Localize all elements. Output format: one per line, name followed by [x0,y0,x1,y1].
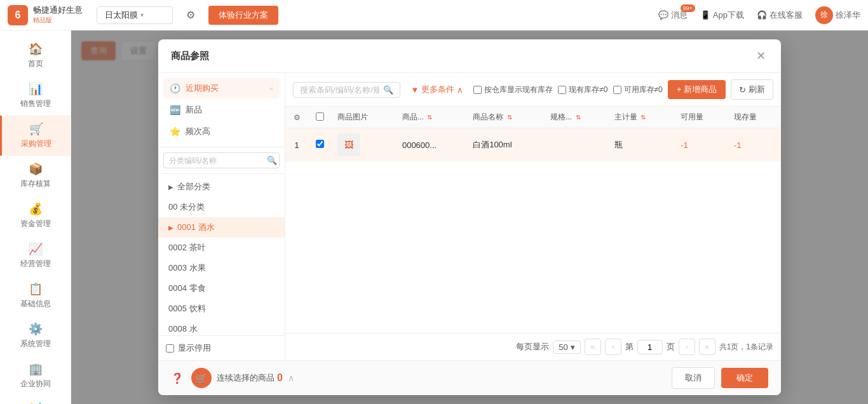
modal-close-btn[interactable]: ✕ [753,48,768,64]
sort-spec-icon: ⇅ [576,114,581,121]
sidebar-item-sales[interactable]: 📊 销售管理 [0,76,71,116]
next-page-btn[interactable]: › [679,339,695,355]
cat-search-icon[interactable]: 🔍 [267,156,277,165]
sidebar-item-finance-label: 资金管理 [20,219,51,229]
logo-text-block: 畅捷通好生意 精品版 [33,5,83,25]
confirm-btn[interactable]: 确定 [721,368,768,388]
cat-search-input-wrap: 🔍 [163,152,280,168]
app-icon: 📱 [700,10,710,20]
product-table: ⚙ 商品图片 [285,107,781,162]
sidebar-item-purchase[interactable]: 🛒 采购管理 [0,116,71,156]
cat-snack[interactable]: 0004 零食 [158,278,285,299]
sidebar-item-inventory[interactable]: 📦 库存核算 [0,156,71,196]
modal-footer: ❓ 🛒 连续选择的商品 0 ∧ 取消 确定 [158,360,781,395]
category-list: ▶ 全部分类 00 未分类 ▶ 0001 酒水 0002 茶 [158,174,285,335]
available-stock-checkbox[interactable] [613,86,621,94]
user-nav[interactable]: 徐 徐泽华 [815,6,860,24]
first-page-btn[interactable]: « [585,339,601,355]
page-unit: 页 [667,341,675,353]
display-disabled-checkbox[interactable] [166,344,174,353]
prev-page-btn[interactable]: ‹ [605,339,621,355]
page-size-value: 50 [559,342,567,352]
logo-sub: 精品版 [33,16,83,25]
logo-icon: 6 [8,5,28,25]
th-spec[interactable]: 规格... ⇅ [544,107,608,128]
cat-unclassified[interactable]: 00 未分类 [158,197,285,217]
filter-btn[interactable]: ▼ 更多条件 ∧ [405,81,468,98]
cat-search-input[interactable] [169,156,264,165]
add-product-btn[interactable]: + 新增商品 [668,80,726,99]
sidebar-item-operations[interactable]: 📈 经营管理 [0,236,71,276]
cat-fruit[interactable]: 0003 水果 [158,258,285,278]
last-page-btn[interactable]: » [699,339,715,355]
warehouse-filter[interactable]: 按仓库显示现有库存 [473,84,553,95]
gear-icon[interactable]: ⚙ [180,5,201,25]
display-disabled-area: 显示停用 [158,335,285,360]
app-download-label: App下载 [713,10,744,21]
cancel-btn[interactable]: 取消 [672,367,715,389]
th-spec-label: 规格... [550,112,572,121]
cat-fruit-label: 0003 水果 [168,262,206,274]
app-download-nav[interactable]: 📱 App下载 [700,10,744,21]
messages-nav[interactable]: 💬 消息 99+ [658,10,688,21]
current-stock-checkbox[interactable] [558,86,566,94]
product-search-input[interactable] [300,85,379,95]
enterprise-icon: 🏢 [29,362,43,376]
select-all-checkbox[interactable] [316,112,324,121]
selected-text: 连续选择的商品 [217,372,275,384]
row-checkbox[interactable] [316,140,324,148]
sidebar-item-home[interactable]: 🏠 首页 [0,36,71,76]
available-stock-filter[interactable]: 可用库存≠0 [613,84,663,95]
sidebar-item-guide[interactable]: 🔰 新手引导 [0,396,71,404]
page-size-select[interactable]: 50 ▾ [553,340,580,354]
warehouse-checkbox[interactable] [473,86,482,94]
sidebar-item-enterprise[interactable]: 🏢 企业协同 [0,356,71,396]
user-avatar: 徐 [815,6,833,24]
tab-recent-purchase[interactable]: 🕐 近期购买 « [163,78,280,98]
collapse-arrow-icon: « [269,84,273,92]
sidebar-item-finance[interactable]: 💰 资金管理 [0,196,71,236]
cat-liquor[interactable]: ▶ 0001 酒水 [158,217,285,238]
cat-water-label: 0008 水 [168,323,198,335]
tab-new-products[interactable]: 🆕 新品 [163,100,280,120]
footer-toggle-icon[interactable]: ∧ [288,373,294,383]
logo-text: 畅捷通好生意 [33,5,83,16]
sidebar-item-system[interactable]: ⚙️ 系统管理 [0,316,71,356]
online-service-nav[interactable]: 🎧 在线客服 [757,10,803,21]
modal-body: 🕐 近期购买 « 🆕 新品 ⭐ 频次高 [158,73,781,360]
sort-unit-icon: ⇅ [641,114,646,121]
td-unit: 瓶 [608,128,674,162]
cart-icon[interactable]: 🛒 [191,368,212,388]
store-selector[interactable]: 日太阳膜 ▾ [97,6,173,24]
sidebar: 🏠 首页 📊 销售管理 🛒 采购管理 📦 库存核算 💰 资金管理 📈 经营管理 … [0,30,71,404]
cat-water[interactable]: 0008 水 [158,319,285,335]
table-settings-icon[interactable]: ⚙ [294,113,301,122]
current-stock-filter[interactable]: 现有库存≠0 [558,84,607,95]
refresh-btn[interactable]: ↻ 刷新 [731,79,773,100]
table-row[interactable]: 1 🖼 [285,128,781,162]
td-checkbox[interactable] [308,128,331,162]
th-code[interactable]: 商品... ⇅ [396,107,466,128]
product-search-box: 🔍 [293,82,400,98]
cat-beverage[interactable]: 0005 饮料 [158,299,285,319]
sidebar-item-sales-label: 销售管理 [20,98,51,109]
product-unit: 瓶 [614,140,623,149]
td-current: -1 [728,128,781,162]
experience-btn[interactable]: 体验行业方案 [208,6,278,25]
tab-high-frequency[interactable]: ⭐ 频次高 [163,121,280,142]
filter-arrow-icon: ∧ [457,85,463,95]
sort-code-icon: ⇅ [427,114,432,121]
product-search-icon[interactable]: 🔍 [383,85,393,95]
headset-icon: 🎧 [757,10,767,20]
th-name[interactable]: 商品名称 ⇅ [466,107,544,128]
help-icon[interactable]: ❓ [171,372,184,384]
sidebar-item-basic[interactable]: 📋 基础信息 [0,276,71,316]
th-unit[interactable]: 主计量 ⇅ [608,107,674,128]
page-input[interactable] [637,340,663,354]
th-unit-label: 主计量 [614,112,637,121]
sales-icon: 📊 [29,82,43,96]
cat-tea[interactable]: 0002 茶叶 [158,238,285,258]
basic-icon: 📋 [29,282,43,296]
total-info: 共1页，1条记录 [719,342,773,353]
cat-all[interactable]: ▶ 全部分类 [158,177,285,197]
